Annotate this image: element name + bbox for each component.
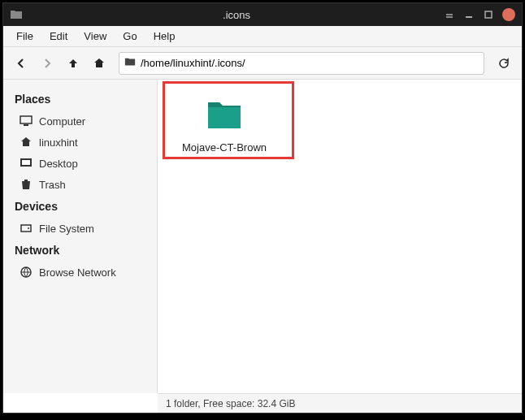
up-button[interactable]	[62, 52, 85, 75]
desktop-icon	[20, 157, 33, 170]
menu-help[interactable]: Help	[145, 28, 184, 45]
status-text: 1 folder, Free space: 32.4 GiB	[166, 398, 295, 409]
toolbar: /home/linuxhint/.icons/	[3, 47, 522, 80]
svg-rect-2	[20, 116, 32, 123]
sidebar-item-linuxhint[interactable]: linuxhint	[3, 132, 157, 153]
sidebar-heading-devices: Devices	[3, 195, 157, 218]
svg-point-7	[28, 227, 29, 229]
folder-icon	[124, 56, 136, 70]
folder-icon	[10, 8, 23, 21]
sidebar-heading-network: Network	[3, 239, 157, 262]
close-button[interactable]	[502, 8, 515, 21]
drive-icon	[20, 222, 33, 235]
content-area: Places Computer linuxhint Desktop Trash …	[3, 80, 522, 393]
reload-button[interactable]	[492, 52, 515, 75]
window-controls	[444, 8, 515, 21]
back-button[interactable]	[10, 52, 33, 75]
sidebar-item-filesystem[interactable]: File System	[3, 218, 157, 239]
path-input[interactable]: /home/linuxhint/.icons/	[119, 52, 484, 75]
monitor-icon	[20, 115, 33, 128]
sidebar-item-label: Trash	[39, 179, 66, 191]
network-icon	[20, 266, 33, 279]
titlebar: .icons	[3, 3, 522, 26]
sidebar-item-browse-network[interactable]: Browse Network	[3, 262, 157, 283]
sidebar-item-label: Desktop	[39, 158, 78, 170]
file-manager-window: .icons File Edit View Go Help	[2, 2, 523, 414]
menu-file[interactable]: File	[8, 28, 41, 45]
folder-mojave-ct-brown[interactable]: Mojave-CT-Brown	[167, 89, 281, 160]
minimize-icon[interactable]	[444, 9, 455, 20]
svg-rect-5	[22, 160, 30, 165]
menu-go[interactable]: Go	[115, 28, 145, 45]
svg-rect-0	[466, 16, 472, 18]
home-button[interactable]	[88, 52, 111, 75]
statusbar: 1 folder, Free space: 32.4 GiB	[158, 393, 522, 413]
sidebar-item-desktop[interactable]: Desktop	[3, 153, 157, 174]
trash-icon	[20, 178, 33, 191]
menubar: File Edit View Go Help	[3, 26, 522, 47]
sidebar-item-label: Browse Network	[39, 266, 116, 279]
sidebar-item-trash[interactable]: Trash	[3, 174, 157, 195]
sidebar: Places Computer linuxhint Desktop Trash …	[3, 80, 158, 393]
folder-icon	[205, 96, 244, 135]
home-icon	[20, 136, 33, 149]
sidebar-heading-places: Places	[3, 88, 157, 110]
sidebar-item-computer[interactable]: Computer	[3, 110, 157, 132]
menu-view[interactable]: View	[76, 28, 115, 45]
window-title: .icons	[29, 9, 444, 21]
forward-button[interactable]	[36, 52, 59, 75]
menu-edit[interactable]: Edit	[41, 28, 76, 45]
sidebar-item-label: File System	[39, 223, 94, 235]
folder-label: Mojave-CT-Brown	[182, 141, 267, 154]
path-text: /home/linuxhint/.icons/	[141, 57, 245, 69]
sidebar-item-label: linuxhint	[39, 136, 78, 149]
maximize-button[interactable]	[483, 9, 494, 20]
svg-rect-3	[24, 124, 28, 126]
svg-rect-6	[21, 225, 31, 232]
main-view[interactable]: Mojave-CT-Brown	[158, 80, 522, 393]
minimize-button[interactable]	[463, 9, 475, 20]
sidebar-item-label: Computer	[39, 115, 85, 128]
svg-rect-1	[485, 11, 492, 18]
